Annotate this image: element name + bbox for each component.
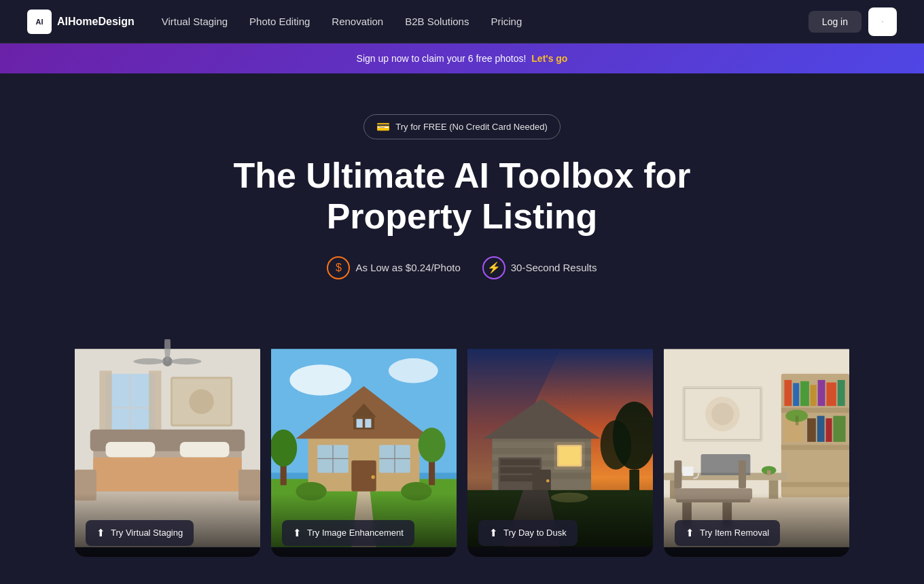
try-item-removal-button[interactable]: ⬆ Try Item Removal [675, 520, 780, 546]
svg-rect-13 [180, 441, 230, 457]
card-overlay-4: ⬆ Try Item Removal [664, 493, 849, 557]
card-btn-label-3: Try Day to Dusk [503, 528, 567, 538]
card-overlay-1: ⬆ Try Virtual Staging [75, 493, 260, 557]
nav-link-b2b[interactable]: B2B Solutions [405, 16, 469, 27]
svg-point-43 [371, 475, 374, 479]
try-image-enhancement-button[interactable]: ⬆ Try Image Enhancement [282, 520, 414, 546]
svg-rect-90 [833, 415, 845, 441]
nav-link-virtual-staging[interactable]: Virtual Staging [162, 16, 228, 27]
credit-card-icon: 💳 [376, 120, 390, 133]
svg-rect-84 [826, 382, 836, 406]
svg-rect-67 [554, 441, 585, 469]
svg-point-54 [601, 420, 632, 470]
svg-point-0 [883, 21, 883, 22]
badge-text: Try for FREE (No Credit Card Needed) [395, 122, 547, 132]
svg-rect-81 [800, 381, 809, 405]
upload-icon-2: ⬆ [293, 527, 302, 539]
card-item-removal: ⬆ Try Item Removal [664, 339, 849, 557]
login-button[interactable]: Log in [808, 11, 861, 33]
stat-speed-text: 30-Second Results [511, 262, 597, 273]
card-overlay-2: ⬆ Try Image Enhancement [271, 493, 457, 557]
svg-rect-14 [93, 457, 241, 491]
banner-cta[interactable]: Let's go [531, 53, 567, 64]
navigation: AI AIHomeDesign Virtual Staging Photo Ed… [0, 0, 924, 44]
stat-price-text: As Low as $0.24/Photo [355, 262, 460, 273]
dollar-icon: $ [327, 256, 350, 279]
svg-rect-12 [106, 441, 156, 457]
svg-rect-78 [781, 482, 849, 487]
nav-links: Virtual Staging Photo Editing Renovation… [162, 16, 522, 27]
hero-stats: $ As Low as $0.24/Photo ⚡ 30-Second Resu… [14, 256, 910, 279]
upload-icon-4: ⬆ [686, 527, 694, 539]
svg-rect-100 [682, 466, 693, 476]
card-virtual-staging: ⬆ Try Virtual Staging [75, 339, 260, 557]
card-btn-label-2: Try Image Enhancement [307, 528, 404, 538]
svg-point-69 [546, 479, 550, 483]
svg-point-27 [389, 358, 438, 383]
svg-rect-34 [357, 419, 363, 428]
svg-rect-79 [784, 379, 792, 405]
svg-rect-110 [739, 460, 746, 488]
card-image-enhancement: ⬆ Try Image Enhancement [271, 339, 457, 557]
banner-text: Sign up now to claim your 6 free photos! [357, 53, 527, 64]
card-btn-label-4: Try Item Removal [700, 528, 769, 538]
nav-link-pricing[interactable]: Pricing [491, 16, 522, 27]
svg-point-45 [271, 429, 297, 466]
signup-button[interactable] [868, 7, 897, 36]
free-badge: 💳 Try for FREE (No Credit Card Needed) [363, 114, 560, 139]
stat-price: $ As Low as $0.24/Photo [327, 256, 460, 279]
logo[interactable]: AI AIHomeDesign [27, 10, 135, 34]
svg-point-26 [289, 364, 351, 396]
stat-speed: ⚡ 30-Second Results [482, 256, 597, 279]
svg-rect-80 [793, 383, 799, 406]
logo-icon: AI [27, 10, 52, 34]
hero-title: The Ultimate AI Toolbox for Property Lis… [190, 156, 734, 237]
try-day-to-dusk-button[interactable]: ⬆ Try Day to Dusk [478, 520, 578, 546]
svg-rect-77 [781, 445, 849, 449]
logo-text: AIHomeDesign [57, 16, 135, 28]
nav-link-photo-editing[interactable]: Photo Editing [249, 16, 310, 27]
svg-point-104 [711, 402, 734, 425]
promo-banner: Sign up now to claim your 6 free photos!… [0, 44, 924, 73]
svg-rect-62 [500, 459, 539, 465]
feature-cards: ⬆ Try Virtual Staging [61, 339, 863, 557]
svg-rect-35 [365, 419, 371, 428]
card-overlay-3: ⬆ Try Day to Dusk [467, 493, 653, 557]
hero-section: 💳 Try for FREE (No Credit Card Needed) T… [0, 73, 924, 339]
lightning-icon: ⚡ [482, 256, 505, 279]
user-icon [882, 16, 883, 28]
svg-rect-85 [838, 379, 845, 405]
svg-rect-87 [807, 418, 816, 442]
svg-rect-99 [767, 470, 770, 475]
svg-point-18 [133, 358, 164, 364]
nav-right: Log in [808, 7, 897, 36]
svg-rect-109 [674, 460, 681, 488]
upload-icon-3: ⬆ [489, 527, 498, 539]
nav-left: AI AIHomeDesign Virtual Staging Photo Ed… [27, 10, 522, 34]
svg-point-23 [189, 389, 213, 413]
card-day-to-dusk: ⬆ Try Day to Dusk [467, 339, 653, 557]
nav-link-renovation[interactable]: Renovation [332, 16, 383, 27]
card-btn-label-1: Try Virtual Staging [111, 528, 183, 538]
svg-rect-92 [796, 415, 799, 425]
svg-rect-88 [817, 415, 825, 441]
svg-point-19 [171, 358, 201, 364]
svg-rect-89 [825, 418, 832, 442]
svg-rect-83 [818, 379, 825, 405]
svg-rect-82 [811, 385, 817, 406]
try-virtual-staging-button[interactable]: ⬆ Try Virtual Staging [86, 520, 194, 546]
upload-icon-1: ⬆ [96, 527, 105, 539]
svg-point-47 [419, 428, 446, 462]
